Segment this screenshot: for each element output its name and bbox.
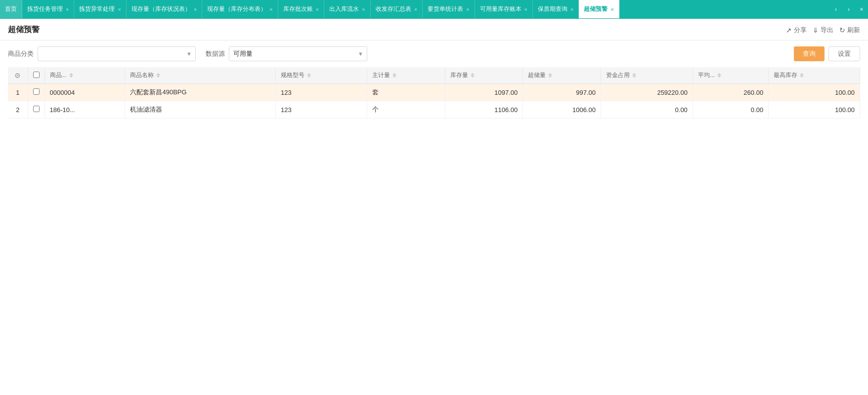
row-stock-0: 1097.00 xyxy=(445,84,523,101)
nav-close-arrow[interactable]: × xyxy=(855,0,868,19)
row-overflow-1: 1006.00 xyxy=(523,101,601,118)
set-button[interactable]: 设置 xyxy=(828,46,860,61)
datasource-filter: 数据源 可用量 ▼ xyxy=(206,46,367,61)
nav-tab-close-5[interactable]: × xyxy=(316,6,319,12)
category-select[interactable] xyxy=(38,46,196,61)
nav-tab-9[interactable]: 可用量库存账本× xyxy=(475,0,533,19)
nav-tab-1[interactable]: 拣货任务管理× xyxy=(22,0,74,19)
sort-icon-name[interactable] xyxy=(156,73,160,78)
top-nav: 首页拣货任务管理×拣货异常处理×现存量（库存状况表）×现存量（库存分布表）×库存… xyxy=(0,0,868,19)
nav-tab-close-8[interactable]: × xyxy=(466,6,469,12)
row-code-0: 0000004 xyxy=(44,84,125,101)
nav-tab-close-1[interactable]: × xyxy=(66,6,69,12)
row-checkbox-1[interactable] xyxy=(33,106,40,112)
col-label-avg: 平均... xyxy=(698,71,715,79)
select-all-checkbox[interactable] xyxy=(33,72,40,78)
nav-tab-10[interactable]: 保质期查询× xyxy=(533,0,579,19)
col-label-spec: 规格型号 xyxy=(281,71,304,79)
sort-icon-spec[interactable] xyxy=(307,73,311,78)
nav-tab-6[interactable]: 出入库流水× xyxy=(324,0,370,19)
col-label-unit: 主计量 xyxy=(372,71,390,79)
table-row: 2186-10...机油滤清器123个1106.001006.000.000.0… xyxy=(8,101,860,118)
nav-tab-close-11[interactable]: × xyxy=(610,6,613,12)
col-header-code: 商品... xyxy=(44,67,125,84)
col-label-code: 商品... xyxy=(50,71,67,79)
category-label: 商品分类 xyxy=(8,49,34,58)
sort-icon-unit[interactable] xyxy=(392,73,396,78)
nav-tab-close-3[interactable]: × xyxy=(194,6,197,12)
row-checkbox-cell-1 xyxy=(28,101,44,118)
nav-tab-3[interactable]: 现存量（库存状况表）× xyxy=(127,0,202,19)
refresh-button[interactable]: ↻ 刷新 xyxy=(839,26,860,35)
datasource-select[interactable]: 可用量 xyxy=(229,46,367,61)
nav-tab-close-10[interactable]: × xyxy=(570,6,573,12)
table-row: 10000004六配套新昌490BPG123套1097.00997.002592… xyxy=(8,84,860,101)
page-header: 超储预警 ➚ 分享 ⇓ 导出 ↻ 刷新 xyxy=(0,19,868,40)
share-button[interactable]: ➚ 分享 xyxy=(786,26,807,35)
col-header-max-stock: 最高库存 xyxy=(769,67,860,84)
data-table: ⚙ 商品... 商品名称 xyxy=(8,67,860,118)
table-container: ⚙ 商品... 商品名称 xyxy=(0,67,868,118)
checkbox-column-header xyxy=(28,67,44,84)
sort-icon-overflow[interactable] xyxy=(548,73,552,78)
col-label-overflow: 超储量 xyxy=(528,71,546,79)
nav-next-arrow[interactable]: › xyxy=(842,0,855,19)
row-num-0: 1 xyxy=(8,84,28,101)
col-header-stock: 库存量 xyxy=(445,67,523,84)
nav-tab-close-4[interactable]: × xyxy=(269,6,272,12)
page-title: 超储预警 xyxy=(8,25,40,35)
row-avg-1: 0.00 xyxy=(693,101,768,118)
row-overflow-0: 997.00 xyxy=(523,84,601,101)
sort-icon-avg[interactable] xyxy=(717,73,721,78)
row-max-stock-0: 100.00 xyxy=(769,84,860,101)
export-button[interactable]: ⇓ 导出 xyxy=(813,26,833,35)
row-unit-0: 套 xyxy=(367,84,445,101)
filter-actions: 查询 设置 xyxy=(794,46,860,61)
row-max-stock-1: 100.00 xyxy=(769,101,860,118)
nav-tab-close-6[interactable]: × xyxy=(362,6,365,12)
nav-tab-close-7[interactable]: × xyxy=(414,6,417,12)
sort-icon-capital[interactable] xyxy=(632,73,636,78)
nav-tab-7[interactable]: 收发存汇总表× xyxy=(371,0,423,19)
nav-tab-0[interactable]: 首页 xyxy=(0,0,22,19)
row-capital-1: 0.00 xyxy=(601,101,693,118)
gear-icon[interactable]: ⚙ xyxy=(14,72,21,79)
nav-tab-close-9[interactable]: × xyxy=(524,6,527,12)
col-header-name: 商品名称 xyxy=(125,67,276,84)
col-header-overflow: 超储量 xyxy=(523,67,601,84)
sort-icon-code[interactable] xyxy=(69,73,73,78)
nav-tab-11[interactable]: 超储预警× xyxy=(579,0,619,19)
row-num-1: 2 xyxy=(8,101,28,118)
page-content: 超储预警 ➚ 分享 ⇓ 导出 ↻ 刷新 商品分类 ▼ 数据源 xyxy=(0,19,868,395)
settings-column-header: ⚙ xyxy=(8,67,28,84)
row-avg-0: 260.00 xyxy=(693,84,768,101)
nav-tab-close-2[interactable]: × xyxy=(118,6,121,12)
row-spec-1: 123 xyxy=(276,101,367,118)
col-label-name: 商品名称 xyxy=(130,71,154,79)
nav-tab-2[interactable]: 拣货异常处理× xyxy=(74,0,126,19)
nav-tab-4[interactable]: 现存量（库存分布表）× xyxy=(202,0,278,19)
row-name-0: 六配套新昌490BPG xyxy=(125,84,276,101)
col-header-unit: 主计量 xyxy=(367,67,445,84)
filter-bar: 商品分类 ▼ 数据源 可用量 ▼ 查询 设置 xyxy=(0,40,868,67)
category-select-wrapper: ▼ xyxy=(38,46,196,61)
nav-tab-5[interactable]: 库存批次账× xyxy=(278,0,324,19)
col-header-avg: 平均... xyxy=(693,67,768,84)
header-actions: ➚ 分享 ⇓ 导出 ↻ 刷新 xyxy=(786,26,860,35)
col-header-spec: 规格型号 xyxy=(276,67,367,84)
category-filter: 商品分类 ▼ xyxy=(8,46,196,61)
query-button[interactable]: 查询 xyxy=(794,46,825,61)
row-stock-1: 1106.00 xyxy=(445,101,523,118)
sort-icon-stock[interactable] xyxy=(471,73,475,78)
col-header-capital: 资金占用 xyxy=(601,67,693,84)
row-name-1: 机油滤清器 xyxy=(125,101,276,118)
share-icon: ➚ xyxy=(786,26,792,34)
export-icon: ⇓ xyxy=(813,26,819,34)
refresh-icon: ↻ xyxy=(839,26,845,34)
datasource-label: 数据源 xyxy=(206,49,225,58)
nav-prev-arrow[interactable]: ‹ xyxy=(829,0,842,19)
nav-tab-8[interactable]: 要货单统计表× xyxy=(423,0,475,19)
sort-icon-max-stock[interactable] xyxy=(800,73,804,78)
row-checkbox-0[interactable] xyxy=(33,88,40,95)
datasource-value: 可用量 xyxy=(233,49,253,58)
